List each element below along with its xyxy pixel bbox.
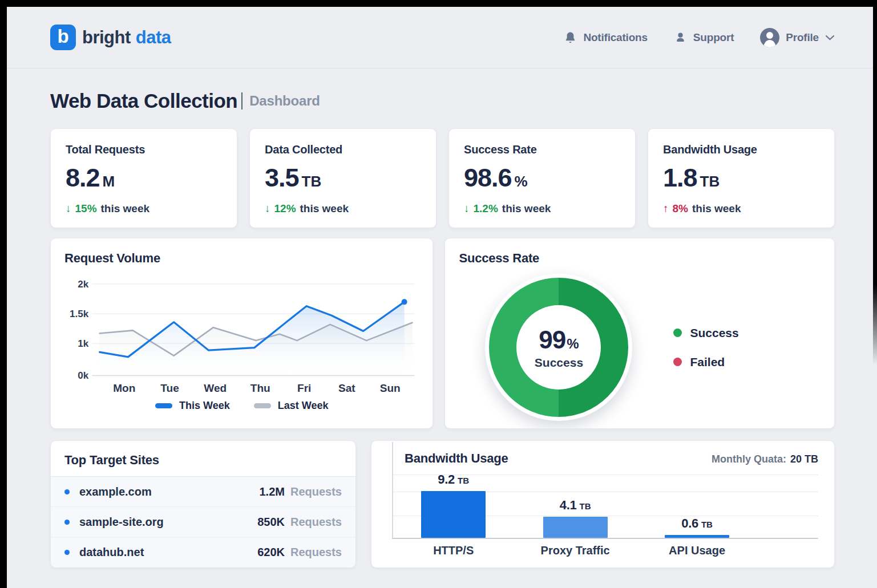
request-volume-title: Request Volume [64, 251, 419, 266]
site-request-count: 1.2M [259, 485, 284, 498]
bar-value: 9.2 [438, 472, 455, 487]
bandwidth-bars: 9.2TB4.1TB0.6TB [393, 467, 758, 538]
bar-value-unit: TB [701, 520, 713, 529]
top-bar: b brightdata Notifications [7, 7, 877, 68]
bar-category-label: Proxy Traffic [514, 544, 636, 557]
bar-category-label: API Usage [636, 544, 758, 557]
stat-value: 98.6% [464, 165, 620, 190]
delta-percent: 15% [75, 202, 97, 215]
bandwidth-usage-chart: 9.2TB4.1TB0.6TB HTTP/SProxy TrafficAPI U… [387, 467, 818, 557]
arrow-down-icon: ↓ [66, 202, 71, 215]
stat-unit: M [103, 173, 115, 190]
stat-label: Total Requests [66, 143, 222, 156]
site-row: sample-site.org850KRequests [51, 507, 355, 537]
stat-unit: % [515, 173, 528, 190]
legend-swatch [254, 403, 271, 408]
bullet-dot-icon [64, 550, 70, 555]
legend-dot-icon [673, 329, 682, 337]
bar-value-label: 9.2TB [438, 472, 469, 487]
delta-period: this week [300, 202, 349, 215]
notifications-button[interactable]: Notifications [564, 31, 647, 44]
legend-item: Failed [673, 355, 738, 369]
bar-value-label: 4.1TB [560, 498, 591, 513]
svg-text:Thu: Thu [250, 382, 270, 394]
bar [543, 517, 608, 538]
dashboard-app: b brightdata Notifications [7, 7, 877, 588]
stat-card: Total Requests8.2M↓15%this week [50, 128, 237, 228]
stat-card: Success Rate98.6%↓1.2%this week [448, 128, 636, 228]
bandwidth-usage-title: Bandwidth Usage [405, 451, 508, 466]
bar-group: 4.1TB [514, 498, 636, 538]
stat-value: 1.8TB [663, 165, 819, 190]
delta-period: this week [502, 202, 551, 215]
top-target-sites-list: example.com1.2MRequestssample-site.org85… [51, 477, 355, 567]
request-volume-chart: 2k1.5k1k0kMonTueWedThuFriSatSun [64, 268, 419, 399]
svg-text:Fri: Fri [297, 382, 311, 394]
bar-value-label: 0.6TB [681, 516, 713, 531]
svg-text:Sun: Sun [380, 382, 401, 394]
svg-text:Mon: Mon [113, 382, 135, 394]
bar-value: 4.1 [560, 498, 577, 513]
svg-text:1k: 1k [78, 338, 88, 349]
support-button[interactable]: Support [674, 31, 734, 44]
monthly-quota-value: 20 TB [790, 453, 818, 465]
success-rate-card: Success Rate 99 % Success [444, 238, 835, 429]
stat-number: 98.6 [464, 165, 512, 190]
legend-swatch [155, 403, 172, 408]
legend-dot-icon [673, 358, 682, 366]
success-rate-donut-chart: 99 % Success [485, 274, 632, 421]
bandwidth-baseline [392, 538, 818, 539]
arrow-up-icon: ↑ [663, 202, 669, 215]
svg-text:Wed: Wed [204, 382, 227, 394]
stat-number: 3.5 [265, 165, 299, 190]
brand-wordmark: brightdata [82, 27, 171, 48]
brand-logo-mark-icon: b [50, 25, 76, 50]
site-row: example.com1.2MRequests [51, 477, 355, 507]
header-nav: Notifications Support Profile [564, 28, 835, 47]
delta-period: this week [101, 202, 150, 215]
bar-value-unit: TB [579, 501, 591, 511]
bell-icon [564, 31, 577, 44]
stat-delta: ↓1.2%this week [464, 202, 620, 215]
profile-menu[interactable]: Profile [760, 28, 835, 47]
stat-label: Data Collected [265, 143, 421, 156]
legend-label: Success [690, 326, 738, 340]
support-person-icon [674, 31, 687, 44]
arrow-down-icon: ↓ [265, 202, 270, 215]
legend-item: Last Week [254, 400, 329, 412]
legend-label: This Week [179, 400, 230, 412]
delta-period: this week [692, 202, 741, 215]
arrow-down-icon: ↓ [464, 202, 470, 215]
delta-percent: 8% [673, 202, 688, 215]
site-request-count: 620K [257, 546, 285, 559]
bar [665, 535, 729, 538]
request-volume-legend: This WeekLast Week [64, 400, 419, 412]
bandwidth-x-labels: HTTP/SProxy TrafficAPI Usage [393, 544, 758, 557]
avatar-icon [760, 28, 779, 47]
site-request-unit: Requests [290, 546, 342, 559]
stat-value: 3.5TB [265, 165, 421, 190]
page-subtitle: Dashboard [249, 93, 320, 109]
stat-delta: ↓15%this week [66, 202, 222, 215]
donut-center-value: 99 [539, 326, 565, 354]
bullet-dot-icon [64, 489, 70, 494]
svg-text:2k: 2k [78, 279, 88, 290]
stats-row: Total Requests8.2M↓15%this weekData Coll… [50, 128, 835, 228]
bar-category-label: HTTP/S [393, 544, 514, 557]
bar-group: 9.2TB [393, 472, 514, 538]
page-title-row: Web Data Collection Dashboard [50, 90, 835, 112]
svg-text:0k: 0k [78, 370, 88, 381]
donut-center-unit: % [567, 336, 579, 352]
stat-number: 8.2 [66, 165, 100, 190]
stat-unit: TB [302, 173, 322, 190]
site-request-count: 850K [257, 516, 285, 529]
legend-label: Last Week [278, 400, 329, 412]
site-request-unit: Requests [290, 516, 342, 529]
site-row: datahub.net620KRequests [51, 537, 355, 567]
brand-logo[interactable]: b brightdata [50, 25, 171, 50]
stat-value: 8.2M [66, 165, 222, 190]
screenshot-right-edge [873, 0, 877, 365]
stat-card: Data Collected3.5TB↓12%this week [249, 128, 437, 228]
stat-number: 1.8 [663, 165, 697, 190]
top-target-sites-card: Top Target Sites example.com1.2MRequests… [50, 440, 356, 568]
